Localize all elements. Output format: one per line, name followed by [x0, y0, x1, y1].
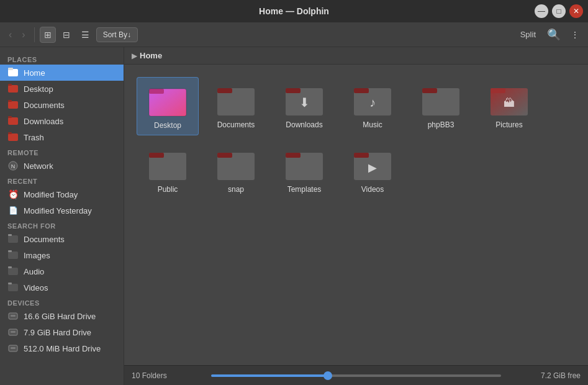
search-for-section-label: Search For — [0, 219, 124, 231]
sidebar-item-network[interactable]: NNetwork — [0, 158, 124, 174]
menu-button[interactable]: ⋮ — [567, 27, 583, 42]
search-button[interactable]: 🔍 — [543, 25, 564, 44]
recent-section-label: Recent — [0, 174, 124, 186]
sidebar-item-search-audio[interactable]: Audio — [0, 263, 124, 279]
svg-rect-18 — [8, 284, 18, 291]
folder-icon-snap — [216, 147, 256, 181]
sidebar-label-search-documents: Documents — [24, 235, 65, 244]
svg-rect-47 — [286, 153, 301, 158]
sidebar-label-downloads: Downloads — [24, 117, 63, 126]
folder-icon-music: ♪ — [353, 82, 392, 117]
recent-items: ⏰Modified Today📄Modified Yesterday — [0, 186, 124, 219]
svg-text:♪: ♪ — [369, 96, 376, 109]
file-item-snap[interactable]: snap — [205, 142, 267, 199]
sidebar-item-desktop[interactable]: Desktop — [0, 81, 124, 97]
sidebar-item-hdd-16[interactable]: 16.6 GiB Hard Drive — [0, 308, 124, 324]
sidebar-icon-modified-yesterday: 📄 — [7, 205, 19, 216]
file-label-snap: snap — [228, 185, 244, 194]
folder-icon-public — [148, 147, 188, 181]
sidebar-item-hdd-512[interactable]: 512.0 MiB Hard Drive — [0, 340, 124, 356]
places-section-label: Places — [0, 52, 124, 65]
sidebar-item-downloads[interactable]: Downloads — [0, 113, 124, 129]
file-label-downloads: Downloads — [286, 120, 322, 129]
file-label-templates: Templates — [287, 185, 322, 194]
sidebar-item-hdd-7[interactable]: 7.9 GiB Hard Drive — [0, 324, 124, 340]
sidebar-item-home[interactable]: Home — [0, 65, 124, 81]
window-controls: — □ ✕ — [535, 4, 583, 18]
view-icons-icon: ⊞ — [44, 30, 52, 40]
close-button[interactable]: ✕ — [569, 4, 583, 18]
svg-rect-16 — [8, 268, 18, 275]
sidebar-label-modified-today: Modified Today — [24, 190, 78, 199]
svg-rect-27 — [149, 89, 164, 94]
sidebar-label-search-images: Images — [24, 251, 50, 260]
sidebar-label-home: Home — [24, 68, 45, 78]
file-label-music: Music — [363, 120, 382, 129]
window-title: Home — Dolphin — [259, 6, 329, 16]
sidebar-item-search-documents[interactable]: Documents — [0, 231, 124, 247]
toolbar: ‹ › ⊞ ⊟ ☰ Sort By↓ Split 🔍 ⋮ — [0, 22, 588, 47]
file-item-documents[interactable]: Documents — [205, 77, 267, 135]
sidebar-icon-documents — [7, 99, 19, 111]
svg-rect-4 — [8, 101, 18, 109]
svg-text:🏔: 🏔 — [504, 97, 515, 109]
sidebar-label-hdd-16: 16.6 GiB Hard Drive — [24, 312, 96, 321]
file-label-documents: Documents — [217, 120, 255, 129]
sidebar-label-search-audio: Audio — [24, 267, 44, 276]
file-item-phpbb3[interactable]: phpBB3 — [410, 77, 472, 135]
sidebar-label-documents: Documents — [24, 101, 65, 110]
sidebar-icon-modified-today: ⏰ — [7, 189, 19, 200]
sidebar-icon-hdd-512 — [7, 343, 19, 354]
sidebar-item-modified-today[interactable]: ⏰Modified Today — [0, 186, 124, 202]
view-details-icon: ☰ — [81, 30, 89, 40]
sidebar-label-search-videos: Videos — [24, 283, 48, 292]
search-items: DocumentsImagesAudioVideos — [0, 231, 124, 296]
sidebar-icon-network: N — [7, 160, 19, 171]
sidebar-item-documents[interactable]: Documents — [0, 97, 124, 113]
file-item-pictures[interactable]: 🏔 Pictures — [478, 77, 540, 135]
file-item-music[interactable]: ♪ Music — [341, 77, 404, 135]
statusbar-free: 7.2 GiB free — [506, 371, 581, 380]
file-item-public[interactable]: Public — [137, 142, 199, 199]
file-item-templates[interactable]: Templates — [273, 142, 335, 199]
svg-text:⬇: ⬇ — [299, 96, 310, 109]
remote-section-label: Remote — [0, 145, 124, 158]
sidebar-label-trash: Trash — [24, 133, 44, 142]
zoom-slider[interactable] — [211, 374, 501, 377]
sidebar-label-hdd-7: 7.9 GiB Hard Drive — [24, 328, 91, 337]
svg-rect-1 — [8, 68, 13, 70]
svg-rect-8 — [8, 134, 18, 141]
file-label-pictures: Pictures — [495, 120, 522, 129]
breadcrumb-bar: ▶ Home — [124, 47, 588, 65]
file-item-downloads[interactable]: ⬇ Downloads — [273, 77, 335, 135]
forward-button[interactable]: › — [18, 27, 29, 43]
sidebar-item-modified-yesterday[interactable]: 📄Modified Yesterday — [0, 202, 124, 219]
sidebar-label-hdd-512: 512.0 MiB Hard Drive — [24, 344, 101, 353]
sidebar-item-search-images[interactable]: Images — [0, 247, 124, 263]
sidebar-icon-desktop — [7, 83, 19, 94]
maximize-button[interactable]: □ — [552, 4, 566, 18]
sidebar-label-network: Network — [24, 161, 53, 171]
sidebar-label-modified-yesterday: Modified Yesterday — [24, 206, 92, 215]
folder-icon-downloads: ⬇ — [284, 82, 324, 117]
sidebar-item-search-videos[interactable]: Videos — [0, 279, 124, 296]
view-compact-button[interactable]: ⊟ — [58, 27, 75, 43]
view-icons-button[interactable]: ⊞ — [40, 27, 56, 43]
toolbar-separator-1 — [34, 27, 35, 42]
sort-button[interactable]: Sort By↓ — [96, 27, 138, 42]
file-item-videos[interactable]: ▶ Videos — [341, 142, 404, 199]
split-button[interactable]: Split — [515, 27, 541, 42]
svg-rect-2 — [8, 85, 18, 93]
device-items: 16.6 GiB Hard Drive7.9 GiB Hard Drive512… — [0, 308, 124, 356]
minimize-button[interactable]: — — [535, 4, 548, 18]
back-button[interactable]: ‹ — [5, 27, 16, 43]
sidebar: Places HomeDesktopDocumentsDownloadsTras… — [0, 47, 124, 385]
svg-rect-40 — [491, 88, 505, 93]
sidebar-icon-hdd-16 — [7, 310, 19, 322]
sidebar-item-trash[interactable]: Trash — [0, 129, 124, 145]
view-details-button[interactable]: ☰ — [77, 27, 94, 43]
statusbar-count: 10 Folders — [132, 371, 206, 380]
svg-text:N: N — [11, 163, 16, 170]
file-item-desktop[interactable]: Desktop — [137, 77, 199, 135]
titlebar: Home — Dolphin — □ ✕ — [0, 0, 588, 22]
